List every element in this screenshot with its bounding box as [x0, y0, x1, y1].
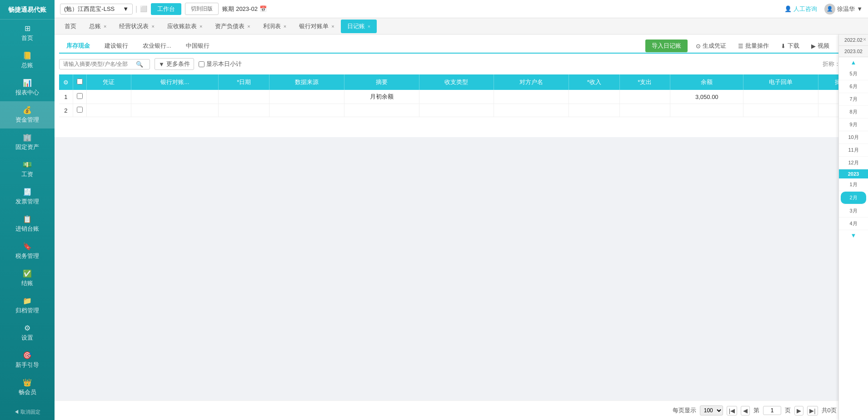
tab-status[interactable]: 经营状况表 × [113, 20, 160, 33]
date-month-12[interactable]: 12月 [839, 157, 868, 169]
period-label: 账期 [222, 5, 234, 13]
date-month-1[interactable]: 1月 [839, 178, 868, 191]
row-expense-2 [619, 104, 670, 117]
date-month-10[interactable]: 10月 [839, 131, 868, 144]
last-page-button[interactable]: ▶| [807, 406, 818, 415]
page-label-after: 页 [785, 406, 791, 415]
row-checkbox-2[interactable] [73, 104, 86, 117]
tab-receivable-close[interactable]: × [200, 24, 202, 29]
show-daily-checkbox[interactable] [199, 61, 205, 67]
filter-button[interactable]: ▼ 更多条件 [155, 58, 194, 70]
th-source: 数据来源 [269, 74, 344, 90]
sidebar-item-salary[interactable]: 💵 工资 [0, 156, 55, 183]
row-expense-1 [619, 90, 670, 104]
th-type: 收支类型 [419, 74, 494, 90]
search-input[interactable] [63, 61, 136, 67]
tab-profit-close[interactable]: × [284, 24, 286, 29]
date-month-8[interactable]: 8月 [839, 106, 868, 119]
service-icon: 👤 [784, 5, 792, 12]
date-month-6[interactable]: 6月 [839, 80, 868, 93]
tab-ledger[interactable]: 总账 × [83, 20, 113, 33]
bank-tab-boc[interactable]: 中国银行 [179, 39, 217, 54]
search-box[interactable]: 🔍 [59, 59, 150, 69]
sidebar-item-guide[interactable]: 🎯 新手引导 [0, 346, 55, 374]
sidebar-collapse-btn[interactable]: ◀ 取消固定 [0, 404, 55, 420]
row-balance-2 [670, 104, 743, 117]
tab-home[interactable]: 首页 [58, 20, 83, 33]
first-page-button[interactable]: |◀ [727, 406, 737, 415]
voucher-icon: ⊙ [696, 43, 701, 49]
batch-op-button[interactable]: ☰ 批量操作 [734, 40, 773, 52]
gen-voucher-button[interactable]: ⊙ 生成凭证 [692, 40, 730, 52]
sidebar: 畅捷通易代账 ⊞ 首页 📒 总账 📊 报表中心 💰 资金管理 🏢 固定资产 💵 … [0, 0, 55, 420]
sidebar-item-assets[interactable]: 🏢 固定资产 [0, 128, 55, 156]
date-month-3[interactable]: 3月 [839, 205, 868, 217]
user-info[interactable]: 👤 徐温华 ▼ [824, 4, 863, 15]
tab-receivable[interactable]: 应收账款表 × [161, 20, 209, 33]
date-month-4[interactable]: 4月 [839, 217, 868, 230]
tab-profit[interactable]: 利润表 × [257, 20, 293, 33]
sidebar-item-finance[interactable]: 💰 资金管理 [0, 101, 55, 128]
bank-tab-cash[interactable]: 库存现金 [59, 39, 97, 54]
sidebar-item-ledger[interactable]: 📒 总账 [0, 47, 55, 74]
page-size-label: 每页显示 [673, 406, 696, 415]
th-expense: *支出 [619, 74, 670, 90]
tab-journal-close[interactable]: × [368, 24, 370, 29]
th-checkbox[interactable] [73, 74, 86, 90]
date-month-9[interactable]: 9月 [839, 119, 868, 131]
currency-label: 折称： [823, 60, 840, 68]
calendar-icon[interactable]: 📅 [259, 5, 267, 12]
tab-journal[interactable]: 日记账 × [341, 20, 377, 33]
page-size-select[interactable]: 100 [700, 405, 723, 415]
sidebar-item-settings[interactable]: ⚙ 设置 [0, 319, 55, 346]
th-settings[interactable]: ⚙ [59, 74, 73, 90]
bank-tab-abc[interactable]: 农业银行... [135, 39, 179, 54]
data-table: ⚙ 凭证 银行对账... *日期 数据来源 摘要 收支类型 对方户名 *收入 *… [59, 74, 863, 117]
tab-assets-liab[interactable]: 资产负债表 × [209, 20, 256, 33]
table-header-row: ⚙ 凭证 银行对账... *日期 数据来源 摘要 收支类型 对方户名 *收入 *… [59, 74, 863, 90]
tab-status-close[interactable]: × [151, 24, 154, 29]
bank-tab-ccb[interactable]: 建设银行 [97, 39, 135, 54]
sidebar-item-member[interactable]: 👑 畅会员 [0, 374, 55, 401]
sidebar-item-tax[interactable]: 🔖 税务管理 [0, 237, 55, 265]
tab-bank-rec-close[interactable]: × [331, 24, 334, 29]
row-checkbox-1[interactable] [73, 90, 86, 104]
tab-assets-liab-close[interactable]: × [247, 24, 250, 29]
service-button[interactable]: 👤 人工咨询 [784, 5, 817, 13]
workbench-button[interactable]: 工作台 [151, 3, 181, 15]
tab-ledger-close[interactable]: × [104, 24, 106, 29]
date-panel-close[interactable]: × [863, 36, 866, 43]
user-dropdown-icon: ▼ [857, 5, 863, 12]
date-month-2-active[interactable]: 2月 [841, 192, 866, 204]
date-panel-nav-down[interactable]: ▼ [839, 230, 868, 241]
copy-icon[interactable]: ⬜ [140, 5, 147, 12]
sidebar-item-home[interactable]: ⊞ 首页 [0, 20, 55, 47]
import-journal-button[interactable]: 导入日记账 [645, 40, 688, 52]
sidebar-item-invoice[interactable]: 🧾 发票管理 [0, 183, 55, 210]
tab-bank-rec[interactable]: 银行对账单 × [293, 20, 340, 33]
video-button[interactable]: ▶ 视频 [808, 40, 833, 52]
sidebar-item-sales[interactable]: 📋 进销台账 [0, 210, 55, 237]
row-select-2[interactable] [77, 107, 83, 113]
date-month-11[interactable]: 11月 [839, 144, 868, 157]
oldver-button[interactable]: 切到旧版 [185, 3, 219, 15]
select-all-checkbox[interactable] [77, 79, 83, 84]
prev-page-button[interactable]: ◀ [741, 406, 750, 415]
date-month-7[interactable]: 7月 [839, 93, 868, 106]
download-button[interactable]: ⬇ 下载 [777, 40, 803, 52]
show-daily-checkbox-label[interactable]: 显示本日小计 [199, 60, 242, 68]
row-select-1[interactable] [77, 93, 83, 99]
sidebar-item-settle[interactable]: ✅ 结账 [0, 265, 55, 292]
sidebar-item-archive[interactable]: 📁 归档管理 [0, 292, 55, 319]
current-page-input[interactable] [763, 406, 781, 415]
topbar: (勉）江西昆宝-LSS ▼ | ⬜ 工作台 切到旧版 账期 2023-02 📅 … [55, 0, 868, 18]
company-selector[interactable]: (勉）江西昆宝-LSS ▼ [60, 4, 133, 15]
date-month-5[interactable]: 5月 [839, 68, 868, 80]
next-page-button[interactable]: ▶ [794, 406, 803, 415]
date-panel-nav-up[interactable]: ▲ [839, 57, 868, 68]
row-type-2 [419, 104, 494, 117]
th-bank-rec: 银行对账... [131, 74, 219, 90]
sidebar-item-label: 结账 [21, 279, 33, 287]
row-bank-2 [131, 104, 219, 117]
sidebar-item-report[interactable]: 📊 报表中心 [0, 74, 55, 101]
